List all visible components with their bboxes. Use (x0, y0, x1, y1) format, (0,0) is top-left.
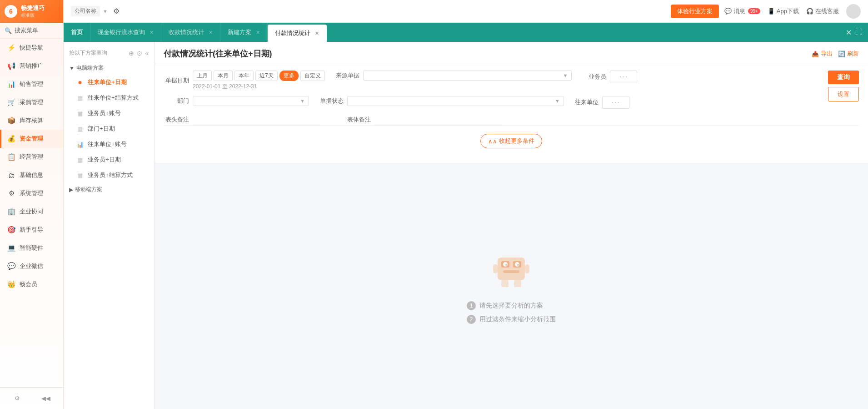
sidebar-item-sys-mgmt[interactable]: ⚙系统管理 (0, 184, 63, 202)
filter-settings-button[interactable]: 设置 (828, 87, 859, 101)
export-icon: 📤 (812, 50, 819, 57)
date-filter: 单据日期 上月本月本年近7天更多自定义 2022-01-01 至 2022-12… (164, 71, 325, 91)
sidebar-icon-sys-mgmt: ⚙ (7, 189, 16, 198)
tab-label-receipt-stat: 收款情况统计 (169, 28, 204, 36)
plan-icon-grid: ▦ (76, 94, 84, 102)
plan-label: 业务员+结算方式 (88, 171, 133, 179)
tab-bank-flow[interactable]: 现金银行流水查询✕ (90, 23, 161, 42)
plan-icon-grid: ▦ (76, 125, 84, 133)
plan-label: 业务员+日期 (88, 156, 121, 164)
plan-item-部门+日期[interactable]: ▦部门+日期 (64, 121, 154, 136)
sidebar-label-marketing: 营销推广 (20, 62, 43, 70)
query-button[interactable]: 查询 (828, 71, 859, 84)
sidebar-item-weixin[interactable]: 💬企业微信 (0, 257, 63, 275)
header-note-input[interactable] (193, 114, 320, 125)
close-tab-payment-stat[interactable]: ✕ (315, 30, 319, 36)
salesperson-select[interactable]: ··· (610, 71, 637, 83)
sidebar-item-inventory[interactable]: 📦库存核算 (0, 111, 63, 130)
collapse-left-panel-icon[interactable]: « (145, 50, 149, 57)
sidebar-item-member[interactable]: 👑畅会员 (0, 275, 63, 293)
close-tab-new-plan[interactable]: ✕ (256, 30, 260, 35)
refresh-button[interactable]: 🔄 刷新 (838, 50, 859, 58)
sidebar-item-new-guide[interactable]: 🎯新手引导 (0, 221, 63, 239)
body-note-filter: 表体备注 (345, 114, 819, 125)
topbar-settings-icon[interactable]: ⚙ (113, 7, 120, 15)
online-service-button[interactable]: 🎧 在线客服 (806, 7, 839, 15)
trial-plan-button[interactable]: 体验行业方案 (671, 5, 719, 18)
expand-tab-icon[interactable]: ⛶ (855, 28, 863, 36)
date-btn-本年[interactable]: 本年 (234, 71, 254, 81)
app-download-button[interactable]: 📱 App下载 (768, 7, 799, 15)
sidebar-item-marketing[interactable]: 📢营销推广 (0, 57, 63, 75)
source-doc-select[interactable]: ▼ (363, 71, 572, 81)
sidebar-item-smart-hw[interactable]: 💻智能硬件 (0, 239, 63, 257)
collapse-filter-button[interactable]: ∧∧ 收起更多条件 (480, 134, 542, 148)
plan-item-往来单位+结算方式[interactable]: ▦往来单位+结算方式 (64, 90, 154, 106)
messages-button[interactable]: 💬 消息 99+ (724, 7, 760, 15)
hint-num-1: 1 (467, 301, 476, 310)
doc-status-select[interactable]: ▼ (347, 96, 564, 106)
sidebar-item-operations[interactable]: 📋经营管理 (0, 148, 63, 166)
empty-hint-2: 2 用过滤条件来缩小分析范围 (467, 315, 556, 324)
section-label-电脑端方案[interactable]: ▼电脑端方案 (64, 61, 154, 75)
collapse-sidebar-btn[interactable]: ◀◀ (34, 392, 59, 404)
tab-payment-stat[interactable]: 付款情况统计✕ (268, 25, 327, 42)
plan-item-往来单位+日期[interactable]: ●往来单位+日期 (64, 75, 154, 90)
messages-badge: 99+ (748, 8, 760, 14)
tabbar: 首页现金银行流水查询✕收款情况统计✕新建方案✕付款情况统计✕ ✕ ⛶ (64, 23, 868, 42)
date-btn-自定义[interactable]: 自定义 (300, 71, 325, 81)
close-tab-receipt-stat[interactable]: ✕ (209, 30, 213, 35)
department-label: 部门 (164, 97, 189, 105)
sidebar-item-finance[interactable]: 💰资金管理 (0, 130, 63, 148)
add-plan-icon[interactable]: ⊕ (129, 50, 134, 57)
sidebar-item-basic-info[interactable]: 🗂基础信息 (0, 166, 63, 184)
refresh-icon: 🔄 (838, 50, 845, 57)
query-btn-group: 查询 设置 (828, 71, 859, 101)
dropdown-arrow-icon[interactable]: ▼ (103, 9, 108, 14)
page-header-actions: 📤 导出 🔄 刷新 (812, 50, 859, 58)
date-btn-本月[interactable]: 本月 (214, 71, 233, 81)
header-note-label: 表头备注 (164, 116, 189, 124)
sidebar-label-new-guide: 新手引导 (20, 226, 43, 234)
close-all-tabs-icon[interactable]: ✕ (846, 28, 852, 37)
partner-select[interactable]: ··· (602, 96, 629, 109)
tab-new-plan[interactable]: 新建方案✕ (220, 23, 268, 42)
plan-item-业务员+日期[interactable]: ▦业务员+日期 (64, 152, 154, 167)
plan-label: 往来单位+账号 (88, 140, 127, 148)
sidebar-item-enterprise[interactable]: 🏢企业协同 (0, 202, 63, 221)
date-btn-近7天[interactable]: 近7天 (255, 71, 278, 81)
section-label-移动端方案[interactable]: ▶移动端方案 (64, 183, 154, 196)
section-title: 移动端方案 (75, 186, 102, 193)
plan-settings-icon[interactable]: ⊙ (137, 50, 142, 57)
plan-item-业务员+结算方式[interactable]: ▦业务员+结算方式 (64, 167, 154, 183)
sidebar-item-sales[interactable]: 📊销售管理 (0, 75, 63, 93)
tab-home[interactable]: 首页 (64, 23, 90, 42)
export-button[interactable]: 📤 导出 (812, 50, 833, 58)
body-note-input[interactable] (374, 114, 502, 125)
filter-row-3: 表头备注 表体备注 (164, 114, 819, 125)
user-avatar[interactable] (846, 4, 861, 19)
salesperson-filter: 业务员 ··· (581, 71, 819, 83)
settings-footer-btn[interactable]: ⚙ (5, 392, 30, 404)
sidebar-item-purchase[interactable]: 🛒采购管理 (0, 93, 63, 111)
tab-receipt-stat[interactable]: 收款情况统计✕ (161, 23, 220, 42)
plan-item-业务员+账号[interactable]: ▦业务员+账号 (64, 106, 154, 121)
app-download-label: App下载 (777, 7, 799, 15)
salesperson-label: 业务员 (581, 73, 606, 81)
search-menu[interactable]: 🔍 搜索菜单 (0, 23, 63, 39)
close-tab-bank-flow[interactable]: ✕ (150, 30, 154, 35)
plan-icon-active: ● (76, 78, 84, 86)
date-btn-上月[interactable]: 上月 (193, 71, 212, 81)
sidebar-label-finance: 资金管理 (20, 135, 43, 143)
department-select[interactable]: ▼ (193, 96, 309, 106)
partner-label: 往来单位 (573, 98, 599, 106)
header-note-filter: 表头备注 (164, 114, 336, 125)
plan-icon-grid: ▦ (76, 109, 84, 117)
sidebar-item-quick-nav[interactable]: ⚡快捷导航 (0, 39, 63, 57)
sidebar-icon-member: 👑 (7, 280, 16, 289)
date-options: 上月本月本年近7天更多自定义 2022-01-01 至 2022-12-31 (193, 71, 325, 91)
date-btn-更多[interactable]: 更多 (279, 71, 299, 81)
plan-item-往来单位+账号[interactable]: 📊往来单位+账号 (64, 136, 154, 152)
hint-num-2: 2 (467, 315, 476, 324)
sidebar-icon-inventory: 📦 (7, 116, 16, 125)
